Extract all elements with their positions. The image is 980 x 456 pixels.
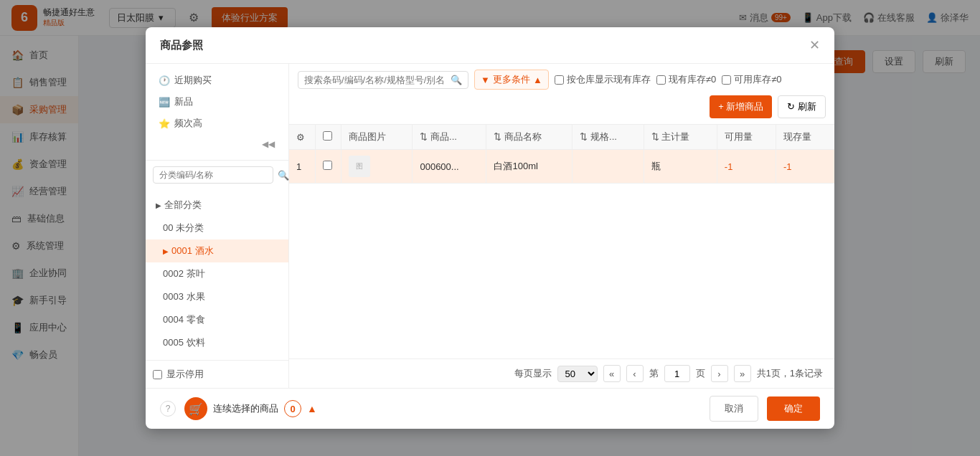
next-page-button[interactable]: › xyxy=(711,365,728,382)
pagination: 每页显示 20 50 100 « ‹ 第 页 xyxy=(289,358,834,388)
tree-item-0008[interactable]: 0008 水 xyxy=(146,354,288,360)
usable-checkbox[interactable] xyxy=(722,75,731,85)
quick-link-label: 近期购买 xyxy=(174,74,212,87)
row-code: 000600... xyxy=(413,150,486,184)
col-stock: 现存量 xyxy=(776,125,834,150)
filter-icon: ▼ xyxy=(481,75,490,85)
col-available: 可用量 xyxy=(717,125,776,150)
row-name: 白酒100ml xyxy=(486,150,573,184)
chevron-up-icon: ▲ xyxy=(533,75,542,85)
more-filter-button[interactable]: ▼ 更多条件 ▲ xyxy=(474,70,549,90)
col-unit[interactable]: ⇅ 主计量 xyxy=(644,125,717,150)
row-image: 图 xyxy=(341,150,413,184)
quick-link-label: 频次高 xyxy=(174,117,202,130)
modal-footer: ? 🛒 连续选择的商品 0 ▲ 取消 确定 xyxy=(146,388,834,429)
tree-item-00[interactable]: 00 未分类 xyxy=(146,217,288,239)
last-page-button[interactable]: » xyxy=(734,365,751,382)
quick-links: 🕐 近期购买 🆕 新品 ⭐ 频次高 ◀◀ xyxy=(146,64,288,161)
product-reference-modal: 商品参照 ✕ 🕐 近期购买 🆕 新品 ⭐ 频次高 xyxy=(146,27,834,429)
tree-item-0004[interactable]: 0004 零食 xyxy=(146,308,288,331)
arrow-icon: ▶ xyxy=(163,247,169,255)
tree-item-label: 全部分类 xyxy=(164,199,202,212)
settings-icon: ⚙ xyxy=(296,132,305,143)
tree-item-label: 00 未分类 xyxy=(163,222,204,234)
sort-icon: ⇅ xyxy=(580,131,588,142)
filter-bar: 🔍 ▼ 更多条件 ▲ 按仓库显示现有库存 现有库存≠0 xyxy=(289,64,834,125)
page-size-label: 每页显示 xyxy=(514,367,552,380)
page-number-input[interactable] xyxy=(664,365,690,382)
total-info: 共1页，1条记录 xyxy=(757,367,823,380)
row-available: -1 xyxy=(717,150,776,184)
table-header: ⚙ 商品图片 ⇅ 商品... xyxy=(289,125,834,150)
cart-icon: 🛒 xyxy=(184,397,207,420)
quick-link-new[interactable]: 🆕 新品 xyxy=(151,91,283,113)
row-index: 1 xyxy=(289,150,315,184)
show-disabled-label[interactable]: 显示停用 xyxy=(153,368,281,381)
clock-icon: 🕐 xyxy=(159,75,170,86)
left-panel: 🕐 近期购买 🆕 新品 ⭐ 频次高 ◀◀ xyxy=(146,64,289,388)
tree-item-0003[interactable]: 0003 水果 xyxy=(146,285,288,308)
page-suffix: 页 xyxy=(696,367,705,380)
quick-link-frequent[interactable]: ⭐ 频次高 xyxy=(151,113,283,134)
modal-close-button[interactable]: ✕ xyxy=(809,37,820,53)
confirm-button[interactable]: 确定 xyxy=(767,396,820,421)
show-disabled-checkbox[interactable] xyxy=(153,370,162,379)
col-name[interactable]: ⇅ 商品名称 xyxy=(486,125,573,150)
sort-icon: ⇅ xyxy=(651,131,659,142)
tree-item-all[interactable]: ▶ 全部分类 xyxy=(146,194,288,217)
available-checkbox[interactable] xyxy=(656,75,666,85)
warehouse-checkbox[interactable] xyxy=(555,75,564,85)
col-settings[interactable]: ⚙ xyxy=(289,125,315,150)
tree-item-0005[interactable]: 0005 饮料 xyxy=(146,331,288,354)
product-table-area: ⚙ 商品图片 ⇅ 商品... xyxy=(289,125,834,358)
page-size-select[interactable]: 20 50 100 xyxy=(557,366,598,382)
search-icon[interactable]: 🔍 xyxy=(451,75,462,85)
product-search-box: 🔍 xyxy=(298,71,468,89)
cart-label: 连续选择的商品 xyxy=(213,402,278,415)
tree-item-0001[interactable]: ▶ 0001 酒水 xyxy=(146,239,288,262)
warehouse-filter[interactable]: 按仓库显示现有库存 xyxy=(555,73,651,86)
category-search-icon[interactable]: 🔍 xyxy=(278,170,289,181)
col-checkbox[interactable] xyxy=(315,125,341,150)
refresh-button[interactable]: ↻ 刷新 xyxy=(778,95,826,118)
usable-filter[interactable]: 可用库存≠0 xyxy=(722,73,781,86)
category-search-input[interactable] xyxy=(153,166,273,184)
left-panel-footer: 显示停用 xyxy=(146,360,288,388)
row-select-checkbox[interactable] xyxy=(323,161,332,170)
warehouse-filter-label: 按仓库显示现有库存 xyxy=(567,73,651,86)
page-label: 第 xyxy=(649,367,659,380)
usable-filter-label: 可用库存≠0 xyxy=(734,73,781,86)
table-row[interactable]: 1 图 000600... 白酒100ml 瓶 xyxy=(289,150,834,184)
available-filter[interactable]: 现有库存≠0 xyxy=(656,73,716,86)
quick-link-label: 新品 xyxy=(174,95,193,108)
filter-actions: + 新增商品 ↻ 刷新 xyxy=(710,95,826,118)
arrow-icon: ▶ xyxy=(156,201,161,209)
product-search-input[interactable] xyxy=(304,75,448,85)
collapse-panel-button[interactable]: ◀◀ xyxy=(261,137,275,151)
product-thumbnail: 图 xyxy=(349,156,370,177)
row-spec xyxy=(573,150,644,184)
cancel-button[interactable]: 取消 xyxy=(710,396,758,422)
tree-item-label: 0002 茶叶 xyxy=(163,267,205,280)
right-panel: 🔍 ▼ 更多条件 ▲ 按仓库显示现有库存 现有库存≠0 xyxy=(289,64,834,388)
row-checkbox[interactable] xyxy=(315,150,341,184)
tree-item-0002[interactable]: 0002 茶叶 xyxy=(146,262,288,285)
tree-item-label: 0001 酒水 xyxy=(171,244,214,257)
modal-body: 🕐 近期购买 🆕 新品 ⭐ 频次高 ◀◀ xyxy=(146,64,834,388)
product-table: ⚙ 商品图片 ⇅ 商品... xyxy=(289,125,834,184)
help-button[interactable]: ? xyxy=(160,401,176,417)
modal-overlay: 商品参照 ✕ 🕐 近期购买 🆕 新品 ⭐ 频次高 xyxy=(0,0,980,456)
row-unit: 瓶 xyxy=(644,150,717,184)
category-tree: ▶ 全部分类 00 未分类 ▶ 0001 酒水 0002 茶叶 0003 水果 xyxy=(146,189,288,360)
col-code[interactable]: ⇅ 商品... xyxy=(413,125,486,150)
modal-header: 商品参照 ✕ xyxy=(146,27,834,64)
prev-page-button[interactable]: ‹ xyxy=(626,365,644,382)
select-all-checkbox[interactable] xyxy=(323,131,332,141)
quick-link-recent[interactable]: 🕐 近期购买 xyxy=(151,70,283,91)
add-product-button[interactable]: + 新增商品 xyxy=(710,95,772,118)
category-search-row: 🔍 xyxy=(146,161,288,189)
first-page-button[interactable]: « xyxy=(603,365,621,382)
tree-item-label: 0005 饮料 xyxy=(163,336,205,349)
col-spec[interactable]: ⇅ 规格... xyxy=(573,125,644,150)
collapse-cart-button[interactable]: ▲ xyxy=(307,403,317,414)
